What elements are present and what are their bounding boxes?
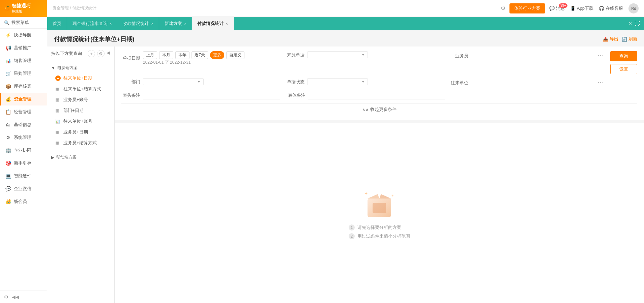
export-btn[interactable]: 📤 导出 [603, 36, 618, 42]
scheme-item-partner-date[interactable]: ● 往来单位+日期 [47, 73, 114, 84]
online-service-btn[interactable]: 🎧 在线客服 [599, 5, 623, 11]
scheme-panel-collapse-btn[interactable]: ◀ [107, 50, 110, 57]
tab-cash-flow-close[interactable]: × [110, 22, 112, 26]
sidebar-item-label: 系统管理 [14, 134, 31, 141]
tab-new-scheme[interactable]: 新建方案 × [159, 17, 192, 30]
sidebar-item-purchase[interactable]: 🛒 采购管理 [0, 67, 47, 80]
scheme-item-label: 往来单位+账号 [63, 118, 92, 124]
scheme-item-salesman-account[interactable]: ▦ 业务员+账号 [47, 94, 114, 105]
date-btn-more[interactable]: 更多 [210, 51, 224, 59]
sidebar-item-sales[interactable]: 📊 销售管理 [0, 54, 47, 67]
sidebar-settings-btn[interactable]: ⚙ [4, 294, 8, 300]
vip-icon: 👑 [5, 199, 11, 205]
sidebar-collapse-btn[interactable]: ◀◀ [12, 294, 19, 300]
scheme-item-label: 部门+日期 [63, 108, 84, 114]
sidebar-item-label: 快捷导航 [14, 32, 31, 38]
tab-new-scheme-close[interactable]: × [184, 22, 186, 26]
topbar-settings-icon[interactable]: ⚙ [501, 5, 505, 11]
date-btn-custom[interactable]: 自定义 [226, 51, 244, 59]
sidebar-item-label: 资金管理 [14, 96, 31, 102]
salesman-label: 业务员 [449, 53, 468, 59]
date-btn-this-month[interactable]: 本月 [159, 51, 173, 59]
query-btn[interactable]: 查询 [610, 51, 637, 61]
tab-close-all[interactable]: × [629, 21, 632, 27]
date-btn-this-year[interactable]: 本年 [175, 51, 189, 59]
scheme-group-mobile-title[interactable]: ▶ 移动端方案 [47, 152, 114, 162]
tab-payment-stats[interactable]: 付款情况统计 × [192, 17, 233, 30]
source-doc-select[interactable]: ▼ [307, 51, 368, 58]
page-header: 付款情况统计(往来单位+日期) 📤 导出 🔄 刷新 [47, 30, 644, 47]
filter-setting-btn[interactable]: 设置 [610, 64, 637, 74]
scheme-group-pc-title[interactable]: ▼ 电脑端方案 [47, 63, 114, 73]
scheme-panel-actions: + ⚙ ◀ [88, 50, 110, 57]
svg-rect-1 [373, 203, 386, 213]
sidebar-item-basic[interactable]: 🗂 基础信息 [0, 118, 47, 131]
dots-icon[interactable]: ··· [598, 80, 604, 86]
table-icon: ▦ [55, 108, 61, 113]
filter-form: 单据日期 上月 本月 本年 近7天 更多 自定义 2022-01-01 至 20… [115, 47, 644, 120]
empty-svg: ✦ ✦ · [359, 187, 400, 220]
scheme-item-salesman-date[interactable]: ▦ 业务员+日期 [47, 127, 114, 138]
source-doc-field: 来源单据 ▼ [286, 51, 443, 58]
doc-status-select[interactable]: ▼ [307, 78, 368, 85]
partner-select[interactable]: ··· [471, 78, 607, 87]
tab-maximize[interactable]: ⛶ [635, 21, 640, 27]
sidebar-item-enterprise[interactable]: 🏢 企业协同 [0, 144, 47, 157]
tab-receipt-close[interactable]: × [151, 22, 153, 26]
table-icon: ▦ [55, 130, 61, 134]
scheme-item-label: 往来单位+日期 [63, 75, 92, 81]
salesman-field: 业务员 ··· [449, 51, 607, 60]
date-btn-last-month[interactable]: 上月 [143, 51, 157, 59]
scheme-group-label: 移动端方案 [56, 154, 77, 160]
sidebar-search[interactable]: 🔍 搜索菜单 [0, 17, 47, 29]
refresh-btn[interactable]: 🔄 刷新 [622, 36, 637, 42]
tab-home[interactable]: 首页 [47, 17, 67, 30]
sidebar: 🍊 畅捷通巧 标准版 🔍 搜索菜单 ⚡ 快捷导航 📢 营销推广 📊 销售管理 🛒… [0, 0, 47, 303]
messages-btn[interactable]: 💬 消息 99+ [549, 5, 565, 11]
sidebar-item-management[interactable]: 📋 经营管理 [0, 105, 47, 118]
tab-cash-flow[interactable]: 现金银行流水查询 × [67, 17, 117, 30]
sidebar-item-vip[interactable]: 👑 畅会员 [0, 195, 47, 208]
sidebar-item-finance[interactable]: 💰 资金管理 [0, 93, 47, 105]
scheme-item-partner-account[interactable]: 📊 往来单位+账号 [47, 116, 114, 127]
purchase-icon: 🛒 [5, 70, 11, 77]
dept-select[interactable]: ▼ [143, 78, 204, 85]
export-icon: 📤 [603, 37, 608, 42]
hardware-icon: 💻 [5, 173, 11, 179]
topbar: 资金管理 / 付款情况统计 ⚙ 体验行业方案 💬 消息 99+ 📱 App下载 … [47, 0, 644, 17]
chevron-down-icon: ▼ [361, 80, 365, 84]
scheme-settings-btn[interactable]: ⚙ [97, 50, 105, 57]
dept-field: 部门 ▼ [121, 78, 279, 85]
sidebar-item-marketing[interactable]: 📢 营销推广 [0, 41, 47, 54]
sidebar-item-system[interactable]: ⚙ 系统管理 [0, 131, 47, 144]
scheme-add-btn[interactable]: + [88, 50, 95, 57]
scheme-item-label: 往来单位+结算方式 [63, 86, 101, 92]
date-btn-7days[interactable]: 近7天 [192, 51, 208, 59]
management-icon: 📋 [5, 109, 11, 115]
chart-icon: 📊 [55, 119, 61, 124]
svg-text:✦: ✦ [391, 194, 394, 198]
trial-btn[interactable]: 体验行业方案 [509, 3, 545, 13]
inventory-icon: 📦 [5, 83, 11, 89]
table-body-note-input[interactable] [308, 91, 445, 99]
sidebar-item-hardware[interactable]: 💻 智能硬件 [0, 170, 47, 182]
scheme-item-partner-settlement[interactable]: ▦ 往来单位+结算方式 [47, 84, 114, 94]
sidebar-item-guide[interactable]: 🎯 新手引导 [0, 157, 47, 170]
doc-date-field: 单据日期 上月 本月 本年 近7天 更多 自定义 2022-01-01 至 20… [121, 51, 279, 65]
salesman-select[interactable]: ··· [471, 51, 607, 60]
collapse-bar[interactable]: ∧∧ 收起更多条件 [121, 103, 637, 115]
user-avatar[interactable]: Rit [628, 3, 639, 13]
sidebar-item-inventory[interactable]: 📦 库存核算 [0, 80, 47, 93]
table-header-note-input[interactable] [143, 91, 280, 99]
scheme-item-dept-date[interactable]: ▦ 部门+日期 [47, 105, 114, 116]
page-title: 付款情况统计(往来单位+日期) [54, 35, 135, 43]
tabbar-controls: × ⛶ [625, 21, 644, 27]
app-download-btn[interactable]: 📱 App下载 [570, 5, 593, 11]
sidebar-item-quick-nav[interactable]: ⚡ 快捷导航 [0, 29, 47, 41]
dots-icon[interactable]: ··· [598, 53, 604, 59]
sidebar-item-wechat[interactable]: 💬 企业微信 [0, 182, 47, 195]
tab-receipt-stats[interactable]: 收款情况统计 × [117, 17, 159, 30]
refresh-label: 刷新 [628, 36, 637, 42]
scheme-item-salesman-settlement[interactable]: ▦ 业务员+结算方式 [47, 138, 114, 148]
tab-payment-close[interactable]: × [226, 22, 228, 26]
